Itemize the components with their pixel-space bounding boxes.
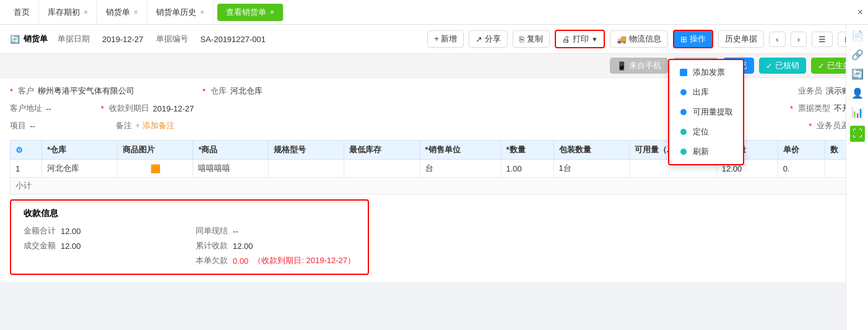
col-qty: *数量 <box>501 141 553 160</box>
owe-row: 本单欠款 0.00 （收款到期日: 2019-12-27） <box>196 255 355 266</box>
sidebar-expand-icon[interactable]: ⛶ <box>850 126 865 142</box>
close-tab-sales[interactable]: × <box>134 8 138 17</box>
invoice-item-icon <box>679 68 688 77</box>
locate-item[interactable]: 定位 <box>669 122 743 142</box>
logistics-button[interactable]: 🚚 物流信息 <box>610 30 668 48</box>
owe-note: （收款到期日: 2019-12-27） <box>253 255 355 266</box>
cell-price: 0. <box>778 160 825 178</box>
col-min-stock: 最低库存 <box>344 141 420 160</box>
view1-button[interactable]: ☰ <box>812 32 833 47</box>
warehouse-value[interactable]: 河北仓库 <box>230 85 263 97</box>
col-settings[interactable]: ⚙ <box>11 141 42 160</box>
close-tab-history[interactable]: × <box>200 8 204 17</box>
outbound-icon <box>679 88 688 97</box>
cumulative-value: 12.00 <box>233 241 253 251</box>
tab-sales-order[interactable]: 销货单 × <box>97 0 147 25</box>
remark-field: 备注 + 添加备注 <box>116 120 175 131</box>
sidebar-refresh-icon[interactable]: 🔄 <box>851 68 864 80</box>
cell-min-stock <box>344 160 420 178</box>
doc-title-section: 🔄 销货单 <box>10 33 48 45</box>
cell-pkg: 1台 <box>553 160 629 178</box>
tab-inventory-init[interactable]: 库存期初 × <box>39 0 97 25</box>
payment-grid: 金额合计 12.00 同单现结 -- 成交金额 12.00 累计收款 12.00… <box>24 225 355 266</box>
sold-icon: ✓ <box>766 61 773 71</box>
col-pkg: 包装数量 <box>553 141 629 160</box>
payment-date-value[interactable]: 2019-12-27 <box>153 104 194 113</box>
next-button[interactable]: › <box>791 32 807 47</box>
copy-button[interactable]: ⎘ 复制 <box>513 30 550 48</box>
col-price: 单价 <box>778 141 825 160</box>
no-value: SA-20191227-001 <box>201 35 266 44</box>
cell-product: 嘻嘻嘻嘻 <box>193 160 269 178</box>
cell-warehouse: 河北仓库 <box>42 160 118 178</box>
no-label: 单据编号 <box>156 33 188 45</box>
share-button[interactable]: ↗ 分享 <box>469 30 508 48</box>
doc-actions: + 新增 ↗ 分享 ⎘ 复制 🖨 打印 ▼ 🚚 物流信息 ⊞ 操作 历史单据 ‹… <box>427 30 858 48</box>
subtotal-label: 小计 <box>11 178 858 194</box>
amount-value: 12.00 <box>61 227 81 236</box>
payment-date-field: * 收款到期日 2019-12-27 <box>101 103 194 114</box>
tab-home[interactable]: 首页 <box>5 0 39 25</box>
tab-view-sales[interactable]: 查看销货单 × <box>217 4 284 21</box>
add-invoice-item[interactable]: 添加发票 <box>669 63 743 82</box>
sidebar-user-icon[interactable]: 👤 <box>851 87 864 99</box>
tab-sales-history[interactable]: 销货单历史 × <box>147 0 214 25</box>
col-spec: 规格型号 <box>269 141 344 160</box>
sold-out-button[interactable]: ✓ 已核销 <box>759 58 806 74</box>
doc-title: 销货单 <box>24 33 48 45</box>
doc-icon: 🔄 <box>10 35 20 44</box>
deal-amount-value: 12.00 <box>61 241 81 251</box>
phone-icon: 📱 <box>617 61 627 71</box>
close-window-button[interactable]: × <box>857 7 863 18</box>
cumulative-row: 累计收款 12.00 <box>196 240 355 251</box>
add-remark-button[interactable]: + 添加备注 <box>136 120 175 131</box>
deal-amount-row: 成交金额 12.00 <box>24 240 183 251</box>
owe-value: 0.00 <box>233 256 248 266</box>
col-warehouse: *仓库 <box>42 141 118 160</box>
amount-row: 金额合计 12.00 <box>24 225 183 237</box>
payment-title: 收款信息 <box>24 208 355 219</box>
subtotal-row: 小计 <box>11 178 858 194</box>
close-tab-view[interactable]: × <box>270 8 274 17</box>
operate-button[interactable]: ⊞ 操作 <box>673 30 713 48</box>
sidebar-doc-icon[interactable]: 📄 <box>851 30 864 41</box>
print-button[interactable]: 🖨 打印 ▼ <box>555 30 605 48</box>
product-image: 🟧 <box>150 164 160 173</box>
payment-info-box: 收款信息 金额合计 12.00 同单现结 -- 成交金额 12.00 累计收款 … <box>10 199 369 275</box>
print-icon: 🖨 <box>562 35 570 44</box>
from-phone-button[interactable]: 📱 来自手机 <box>610 58 668 74</box>
share-icon: ↗ <box>475 35 482 44</box>
cell-unit: 台 <box>420 160 501 178</box>
sidebar-chart-icon[interactable]: 📊 <box>851 106 864 118</box>
customer-field: * 客户 柳州粤港平安气体有限公司 <box>10 85 134 97</box>
prev-button[interactable]: ‹ <box>769 32 785 47</box>
truck-icon: 🚚 <box>617 35 627 44</box>
close-tab-inventory[interactable]: × <box>84 8 88 17</box>
history-button[interactable]: 历史单据 <box>718 30 764 48</box>
doc-meta: 单据日期 2019-12-27 单据编号 SA-20191227-001 <box>58 33 266 45</box>
cell-image: 🟧 <box>118 160 193 178</box>
sidebar-link-icon[interactable]: 🔗 <box>851 49 864 61</box>
customer-value[interactable]: 柳州粤港平安气体有限公司 <box>38 85 134 97</box>
warehouse-field: * 仓库 河北仓库 <box>202 85 263 97</box>
col-unit: *销售单位 <box>420 141 501 160</box>
same-order-row: 同单现结 -- <box>196 225 355 237</box>
refresh-item[interactable]: 刷新 <box>669 142 743 162</box>
available-extract-item[interactable]: 可用量提取 <box>669 102 743 122</box>
address-value[interactable]: -- <box>46 104 51 113</box>
outbound-item[interactable]: 出库 <box>669 82 743 102</box>
date-label: 单据日期 <box>58 33 90 45</box>
address-field: 客户地址 -- <box>10 103 51 114</box>
same-order-value: -- <box>233 227 238 236</box>
grid-icon: ⊞ <box>680 35 687 44</box>
new-button[interactable]: + 新增 <box>427 30 464 48</box>
operate-dropdown: 添加发票 出库 可用量提取 定位 刷新 <box>668 59 744 165</box>
refresh-icon <box>679 147 688 156</box>
col-image: 商品图片 <box>118 141 193 160</box>
col-product: *商品 <box>193 141 269 160</box>
print-dropdown-icon: ▼ <box>591 36 597 43</box>
project-value[interactable]: -- <box>30 121 35 131</box>
effective-icon: ✓ <box>818 61 825 71</box>
tab-bar: 首页 库存期初 × 销货单 × 销货单历史 × 查看销货单 × × <box>0 0 868 25</box>
locate-icon <box>679 128 688 136</box>
